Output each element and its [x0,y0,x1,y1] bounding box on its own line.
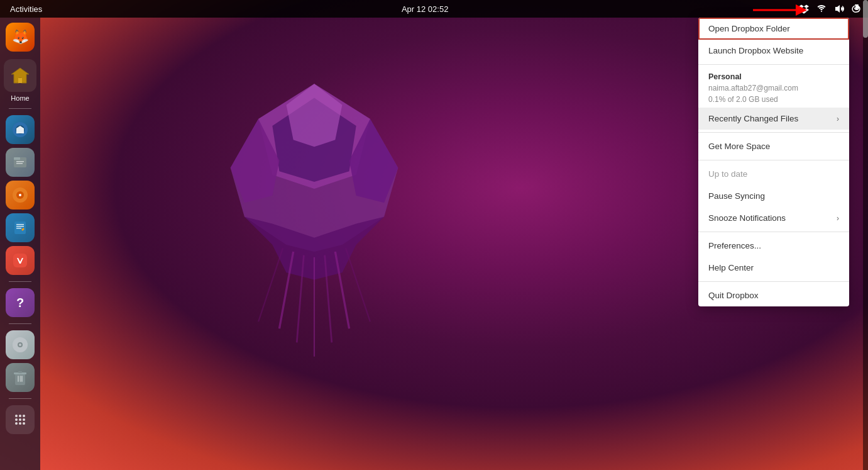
menu-item-pause-syncing[interactable]: Pause Syncing [698,185,849,207]
dock-item-disc[interactable] [6,330,35,359]
topbar: Activities Apr 12 02:52 [0,0,868,18]
menu-account-label: Personal [698,67,849,82]
svg-point-48 [23,422,25,425]
dock-item-help[interactable]: ? [6,288,35,317]
svg-rect-17 [18,78,22,83]
menu-separator-1 [698,64,849,65]
menu-item-snooze-notifications[interactable]: Snooze Notifications › [698,207,849,229]
svg-rect-29 [16,228,21,229]
dock-item-appgrid[interactable] [6,405,35,434]
dropbox-context-menu: Open Dropbox Folder Launch Dropbox Websi… [698,18,849,306]
network-tray-icon[interactable] [815,3,828,15]
menu-item-recently-changed[interactable]: Recently Changed Files › [698,108,849,130]
application-dock: 🦊 Home [0,18,40,470]
svg-point-41 [19,415,21,417]
svg-point-47 [19,422,21,425]
scrollbar-thumb[interactable] [863,0,868,38]
menu-separator-3 [698,160,849,160]
svg-point-40 [15,415,18,417]
svg-rect-38 [20,376,21,382]
menu-item-status: Up to date [698,163,849,185]
dock-item-appstore[interactable] [6,246,35,275]
menu-item-quit-dropbox[interactable]: Quit Dropbox [698,284,849,306]
svg-point-33 [19,344,21,346]
menu-storage-info: 0.1% of 2.0 GB used [698,94,849,105]
menu-item-get-more-space[interactable]: Get More Space [698,135,849,157]
chevron-right-icon: › [837,115,839,123]
menu-separator-4 [698,232,849,232]
svg-rect-20 [14,157,20,160]
menu-separator-5 [698,281,849,282]
svg-rect-22 [16,163,23,164]
svg-point-44 [19,418,21,421]
dock-item-thunderbird[interactable] [6,115,35,144]
scrollbar[interactable] [863,0,868,470]
power-tray-icon[interactable] [850,3,863,15]
svg-point-46 [15,422,18,425]
dock-item-firefox[interactable]: 🦊 [6,23,35,52]
menu-separator-2 [698,132,849,133]
menu-item-help-center[interactable]: Help Center [698,257,849,279]
menu-item-open-folder[interactable]: Open Dropbox Folder [698,18,849,40]
jellyfish-illustration [157,63,471,378]
sound-tray-icon[interactable] [833,3,845,15]
red-arrow-annotation [750,4,813,16]
svg-rect-30 [13,254,27,267]
dock-home-label: Home [11,94,29,102]
svg-point-45 [23,418,25,421]
dock-item-writer[interactable] [6,213,35,242]
chevron-right-icon-2: › [837,214,839,223]
menu-item-launch-website[interactable]: Launch Dropbox Website [698,40,849,62]
activities-button[interactable]: Activities [0,4,52,14]
dock-item-rhythmbox[interactable] [6,181,35,210]
dock-divider-1 [9,108,31,109]
dock-item-trash[interactable] [6,363,35,392]
svg-rect-27 [16,224,24,225]
menu-item-preferences[interactable]: Preferences... [698,235,849,257]
svg-point-42 [23,415,25,417]
dock-divider-4 [9,398,31,399]
svg-rect-21 [16,161,24,162]
svg-point-25 [19,194,21,196]
menu-account-email: naima.aftab27@gmail.com [698,82,849,94]
dock-item-files[interactable] [6,148,35,177]
svg-rect-39 [21,376,23,382]
svg-marker-3 [287,84,343,147]
dock-divider-3 [9,323,31,324]
svg-rect-28 [16,226,24,227]
dock-divider-2 [9,281,31,282]
svg-line-12 [258,248,283,322]
svg-rect-36 [18,371,22,373]
svg-line-13 [346,248,370,322]
dock-item-home[interactable]: Home [4,59,36,102]
svg-point-43 [15,418,18,421]
svg-rect-37 [18,376,19,382]
datetime-display: Apr 12 02:52 [52,4,798,14]
